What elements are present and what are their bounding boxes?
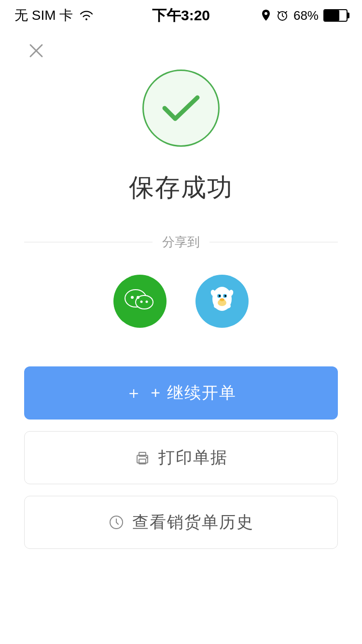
status-time: 下午3:20 (152, 6, 210, 26)
checkmark-icon (162, 94, 200, 123)
print-icon (134, 449, 151, 466)
carrier-text: 无 SIM 卡 (14, 6, 73, 25)
wifi-icon (79, 10, 94, 21)
location-icon (261, 9, 271, 22)
close-button[interactable] (24, 39, 48, 63)
qq-icon (207, 284, 238, 318)
svg-point-9 (146, 301, 148, 303)
status-right: 68% (261, 8, 348, 23)
wechat-share-button[interactable] (113, 275, 167, 328)
svg-point-8 (140, 301, 143, 303)
main-content: 保存成功 分享到 (0, 31, 362, 549)
continue-label: + 继续开单 (151, 382, 236, 404)
status-bar: 无 SIM 卡 下午3:20 68% (0, 0, 362, 31)
wechat-icon (123, 287, 157, 316)
svg-point-16 (219, 295, 221, 297)
print-label: 打印单据 (158, 447, 228, 469)
divider-line-left (24, 242, 153, 242)
print-button[interactable]: 打印单据 (24, 431, 338, 484)
svg-point-17 (224, 295, 226, 297)
battery-text: 68% (293, 8, 319, 23)
svg-point-0 (265, 12, 267, 15)
success-indicator (142, 70, 220, 147)
svg-point-19 (218, 299, 226, 306)
history-label: 查看销货单历史 (132, 511, 254, 533)
svg-point-25 (146, 457, 148, 459)
history-button[interactable]: 查看销货单历史 (24, 496, 338, 549)
qq-share-button[interactable] (195, 275, 249, 328)
svg-point-6 (131, 296, 134, 299)
alarm-icon (276, 9, 289, 22)
divider-line-right (209, 242, 338, 242)
battery-icon (323, 9, 348, 22)
action-buttons: ＋ + 继续开单 打印单据 查看销货单历史 (0, 366, 362, 549)
share-icons (24, 275, 338, 328)
share-label: 分享到 (162, 234, 200, 251)
share-section: 分享到 (0, 234, 362, 328)
history-icon (108, 514, 125, 531)
svg-point-7 (137, 296, 139, 299)
divider-row: 分享到 (24, 234, 338, 251)
continue-icon: ＋ (125, 382, 143, 404)
status-left: 无 SIM 卡 (14, 6, 94, 25)
continue-button[interactable]: ＋ + 继续开单 (24, 366, 338, 420)
success-title: 保存成功 (129, 171, 233, 205)
